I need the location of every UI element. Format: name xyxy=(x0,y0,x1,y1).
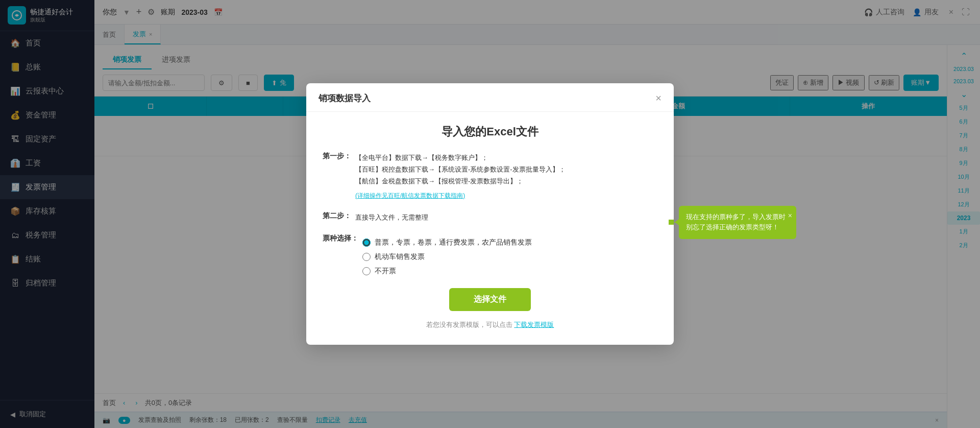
ticket-label-3: 不开票 xyxy=(375,267,396,276)
step1-label: 第一步： xyxy=(323,152,351,199)
select-file-button[interactable]: 选择文件 xyxy=(449,288,531,311)
step1-section: 第一步： 【全电平台】数据下载→【税务数字账户】； 【百旺】税控盘数据下载→【系… xyxy=(323,152,657,202)
modal-footer: 若您没有发票模版，可以点击 下载发票模版 xyxy=(323,320,657,329)
step2-label: 第二步： xyxy=(323,211,351,221)
ticket-radio-group: 普票，专票，卷票，通行费发票，农产品销售发票 机动车销售发票 不开票 xyxy=(362,238,532,276)
modal-body: 导入您的Excel文件 第一步： 【全电平台】数据下载→【税务数字账户】； 【百… xyxy=(306,112,674,345)
ticket-radio-3[interactable] xyxy=(362,267,371,275)
ticket-option-2[interactable]: 机动车销售发票 xyxy=(362,252,532,261)
step1-item-1: 【全电平台】数据下载→【税务数字账户】； xyxy=(355,152,566,163)
modal-overlay: 销项数据导入 × 导入您的Excel文件 第一步： 【全电平台】数据下载→【税务… xyxy=(0,0,980,428)
ticket-radio-1[interactable] xyxy=(362,239,371,247)
tooltip-bubble: × 现在支持的票种多了，导入发票时别忘了选择正确的发票类型呀！ xyxy=(679,206,796,240)
download-template-link[interactable]: 下载发票模版 xyxy=(514,321,554,328)
tooltip-close-btn[interactable]: × xyxy=(788,210,792,221)
import-modal: 销项数据导入 × 导入您的Excel文件 第一步： 【全电平台】数据下载→【税务… xyxy=(306,83,674,345)
step1-item-3: 【航信】金税盘数据下载→【报税管理-发票数据导出】； xyxy=(355,175,566,187)
step2-content: 直接导入文件，无需整理 xyxy=(355,211,428,224)
step1-item-2: 【百旺】税控盘数据下载→【系统设置-系统参数设置-发票批量导入】； xyxy=(355,163,566,175)
step1-guide-link[interactable]: (详细操作见百旺/航信发票数据下载指南) xyxy=(355,192,465,199)
modal-title: 销项数据导入 xyxy=(318,92,371,104)
ticket-selection: 票种选择： 普票，专票，卷票，通行费发票，农产品销售发票 机动车销售发票 xyxy=(323,234,657,276)
modal-header: 销项数据导入 × xyxy=(306,83,674,112)
ticket-label: 票种选择： xyxy=(323,234,358,243)
footer-note-text: 若您没有发票模版，可以点击 xyxy=(426,321,512,328)
ticket-option-1[interactable]: 普票，专票，卷票，通行费发票，农产品销售发票 xyxy=(362,238,532,247)
step1-content: 【全电平台】数据下载→【税务数字账户】； 【百旺】税控盘数据下载→【系统设置-系… xyxy=(355,152,566,202)
tooltip-text: 现在支持的票种多了，导入发票时别忘了选择正确的发票类型呀！ xyxy=(686,213,786,231)
ticket-option-3[interactable]: 不开票 xyxy=(362,267,532,276)
step2-section: 第二步： 直接导入文件，无需整理 xyxy=(323,211,657,224)
modal-subtitle: 导入您的Excel文件 xyxy=(323,124,657,139)
ticket-label-1: 普票，专票，卷票，通行费发票，农产品销售发票 xyxy=(375,238,532,247)
ticket-label-2: 机动车销售发票 xyxy=(375,252,425,261)
modal-close-btn[interactable]: × xyxy=(655,93,662,103)
ticket-radio-2[interactable] xyxy=(362,253,371,261)
